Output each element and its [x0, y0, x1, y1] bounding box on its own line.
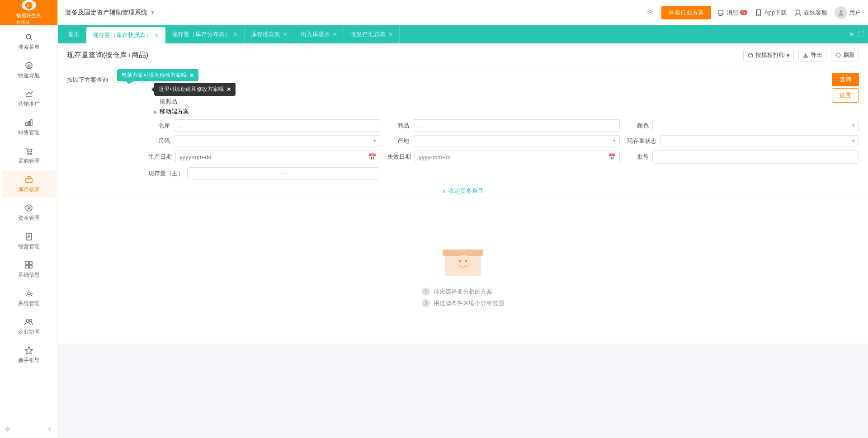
expire-date-input[interactable]: 📅	[415, 151, 619, 163]
expire-date-label: 失效日期	[387, 153, 411, 161]
stock-status-dropdown-icon: ▾	[852, 138, 855, 144]
tab-receive-summary[interactable]: 收发存汇总表 ✕	[344, 25, 400, 43]
prod-date-input-field[interactable]	[179, 154, 368, 160]
sidebar-item-quick-nav[interactable]: 快速导航	[2, 57, 56, 84]
page-title: 现存量查询(按仓库+商品)	[67, 51, 148, 60]
empty-step-1: 1 请先选择要分析的方案	[422, 287, 504, 296]
svg-rect-6	[26, 122, 27, 126]
refresh-button[interactable]: 刷新	[831, 49, 859, 61]
origin-field: 产地 ▾	[387, 135, 619, 146]
product-label: 商品	[387, 122, 409, 130]
tab-in-out-flow[interactable]: 出入库流水 ✕	[294, 25, 344, 43]
svg-rect-19	[26, 265, 28, 268]
batch-field: 批号	[627, 150, 859, 164]
sidebar-item-search-menu[interactable]: 搜索菜单	[2, 28, 56, 56]
product-input[interactable]: ...	[413, 119, 619, 132]
app-download-button[interactable]: App下载	[755, 9, 787, 17]
message-button[interactable]: 消息 6	[717, 9, 747, 17]
empty-state: 1 请先选择要分析的方案 2 用过滤条件来缩小分析范围	[58, 199, 868, 344]
svg-point-25	[6, 428, 9, 430]
stock-status-select[interactable]: ▾	[660, 135, 859, 146]
sidebar-nav: 搜索菜单 快速导航 营销推广 销售管理 采购管理 库存核算 资金管理 经营管理	[0, 25, 57, 421]
svg-point-29	[796, 9, 800, 14]
prod-date-label: 生产日期	[148, 153, 172, 161]
warehouse-field: 仓库 ...	[148, 119, 380, 132]
collapse-label: 收起更多条件	[448, 187, 484, 195]
sidebar-item-basic-info[interactable]: 基础信息	[2, 256, 56, 283]
sidebar-logo: 6 畅通好生意 标准版	[0, 0, 57, 25]
query-button[interactable]: 查询	[832, 73, 859, 86]
prod-date-input[interactable]: 📅	[175, 151, 380, 163]
tab-bar: 首页 现存量（库存状况表） ✕ 现存量（库存分布表） ✕ 库存批次账 ✕ 出入库…	[58, 25, 868, 43]
filter-row-4: 现存量（主） —	[148, 167, 859, 179]
sidebar-item-inventory[interactable]: 库存核算	[2, 170, 56, 198]
settings-query-button[interactable]: 设置	[832, 88, 859, 103]
prod-date-field: 生产日期 📅	[148, 150, 380, 164]
sidebar-item-finance[interactable]: 资金管理	[2, 199, 56, 226]
tab-inventory-dist[interactable]: 现存量（库存分布表） ✕	[165, 25, 245, 43]
sidebar-item-guide[interactable]: 新手引导	[2, 341, 56, 369]
size-label: 尺码	[148, 137, 170, 145]
schema-item-sub[interactable]: 按照品	[154, 98, 236, 106]
color-select[interactable]: ▾	[652, 120, 859, 131]
tab-inventory-status-close[interactable]: ✕	[154, 32, 159, 38]
message-label: 消息	[726, 9, 738, 17]
sidebar-label-finance: 资金管理	[18, 214, 40, 222]
tab-actions: ✕ ⛶	[849, 31, 864, 38]
schema-item-mobile[interactable]: ▶ 移动端方案	[154, 108, 236, 116]
tooltip2-close[interactable]: ✕	[226, 86, 231, 93]
tab-batch-account[interactable]: 库存批次账 ✕	[245, 25, 294, 43]
tab-receive-summary-close[interactable]: ✕	[388, 31, 393, 38]
batch-input[interactable]	[652, 150, 859, 164]
tab-inventory-dist-close[interactable]: ✕	[233, 31, 238, 38]
tab-in-out-flow-label: 出入库流水	[301, 30, 330, 38]
tab-batch-account-close[interactable]: ✕	[283, 31, 288, 38]
stock-main-input[interactable]: —	[187, 167, 380, 179]
tab-inventory-status[interactable]: 现存量（库存状况表） ✕	[86, 27, 165, 43]
warehouse-dots: ...	[178, 122, 183, 129]
tab-home[interactable]: 首页	[61, 25, 86, 43]
empty-step-2: 2 用过滤条件来缩小分析范围	[422, 299, 504, 307]
filter-top-row: 按以下方案查询 + ✎ ← 电脑方案可设为移动方案哦 ✕	[67, 73, 859, 116]
empty-illustration	[436, 235, 490, 280]
top-header: 装备及固定资产辅助管理系统 ▾ 体验行业方案 消息 6 App下载 在线客服	[58, 0, 868, 25]
tab-in-out-flow-close[interactable]: ✕	[333, 31, 337, 38]
export-button[interactable]: 导出	[798, 49, 826, 61]
prod-date-calendar-icon[interactable]: 📅	[368, 153, 376, 160]
sidebar-label-sales: 销售管理	[18, 129, 40, 137]
tab-expand-button[interactable]: ⛶	[858, 31, 864, 38]
origin-select[interactable]: ▾	[413, 135, 619, 146]
sidebar-item-sales[interactable]: 销售管理	[2, 113, 56, 141]
tab-inventory-dist-label: 现存量（库存分布表）	[172, 30, 231, 38]
query-action-buttons: 查询 设置	[832, 73, 859, 103]
sidebar-item-operations[interactable]: 经营管理	[2, 227, 56, 255]
header-gear-button[interactable]	[646, 8, 654, 17]
online-support-button[interactable]: 在线客服	[794, 9, 827, 17]
tooltip1-close[interactable]: ✕	[189, 72, 194, 79]
sidebar-item-purchase[interactable]: 采购管理	[2, 142, 56, 170]
collapse-bar[interactable]: ∧ 收起更多条件	[67, 183, 859, 198]
stock-main-from[interactable]	[191, 170, 277, 177]
color-label: 颜色	[627, 122, 649, 130]
expire-date-calendar-icon[interactable]: 📅	[608, 153, 616, 160]
size-select[interactable]: ▾	[174, 135, 380, 146]
tab-close-all-button[interactable]: ✕	[849, 31, 854, 38]
expire-date-input-field[interactable]	[419, 154, 608, 160]
svg-point-26	[649, 10, 651, 13]
print-template-button[interactable]: 按模板打印 ▾	[743, 49, 794, 61]
settings-button[interactable]	[4, 425, 12, 434]
collapse-sidebar-button[interactable]	[46, 425, 54, 434]
user-avatar[interactable]: 用户	[835, 6, 861, 19]
tab-inventory-status-label: 现存量（库存状况表）	[93, 31, 151, 39]
warehouse-input[interactable]: ...	[174, 119, 380, 132]
logo-icon: 6	[22, 0, 36, 10]
industry-solution-button[interactable]: 体验行业方案	[661, 6, 711, 19]
stock-main-to[interactable]	[290, 170, 376, 177]
app-name: 畅通好生意	[16, 12, 41, 19]
sidebar-item-enterprise[interactable]: 企业协同	[2, 313, 56, 340]
svg-point-9	[28, 153, 29, 155]
sidebar-item-system[interactable]: 系统管理	[2, 284, 56, 312]
stock-status-label: 现存量状态	[627, 137, 656, 145]
sidebar-item-marketing[interactable]: 营销推广	[2, 85, 56, 113]
step-num-2: 2	[422, 299, 430, 307]
